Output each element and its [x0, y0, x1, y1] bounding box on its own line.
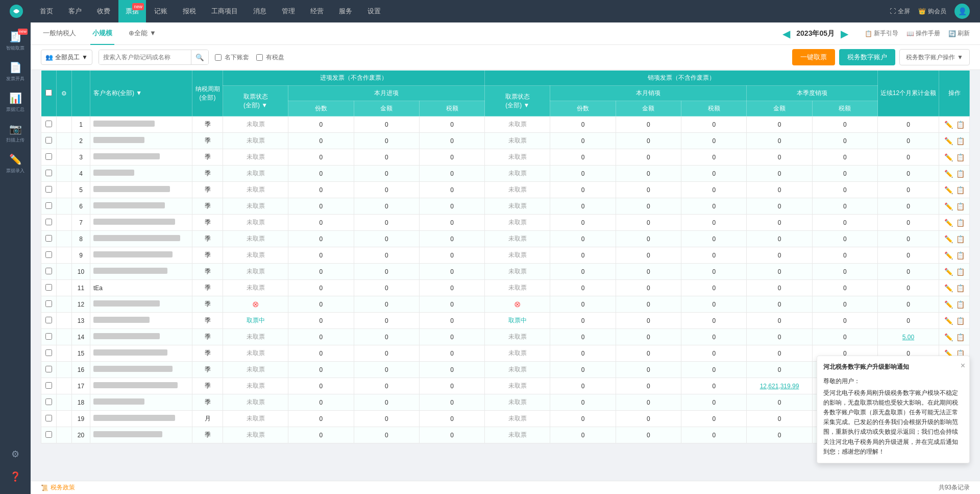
sidebar-invoice-open[interactable]: 📄 发票开具	[1, 57, 30, 86]
edit-icon[interactable]: ✏️	[944, 170, 953, 178]
edit-icon[interactable]: ✏️	[944, 317, 953, 325]
copy-icon[interactable]: 📋	[956, 186, 965, 194]
row-checkbox[interactable]	[45, 170, 52, 176]
edit-icon[interactable]: ✏️	[944, 186, 953, 194]
sub-nav-general[interactable]: 一般纳税人	[41, 22, 78, 45]
nav-settings[interactable]: 设置	[360, 0, 388, 22]
row-checkbox[interactable]	[45, 366, 52, 372]
sidebar-bottom: ⚙ ❓	[6, 445, 24, 494]
nav-manage[interactable]: 管理	[275, 0, 302, 22]
row-in-amount: 0	[354, 296, 419, 313]
row-checkbox[interactable]	[45, 235, 52, 242]
row-checkbox[interactable]	[45, 349, 52, 356]
copy-icon[interactable]: 📋	[956, 121, 965, 129]
sub-nav-small[interactable]: 小规模	[90, 22, 114, 45]
sidebar-smart-invoice[interactable]: 🧾 智能取票 new	[1, 27, 30, 55]
new-guide-btn[interactable]: 📋 新手引导	[865, 29, 898, 38]
tax-digital-ops-btn[interactable]: 税务数字账户操作 ▼	[899, 49, 970, 65]
row-checkbox[interactable]	[45, 153, 52, 160]
sub-nav-all[interactable]: ⊕ 全能 ▼	[127, 22, 158, 45]
nav-invoice[interactable]: 票据 new	[118, 0, 146, 22]
nav-service[interactable]: 服务	[332, 0, 359, 22]
edit-icon[interactable]: ✏️	[944, 153, 953, 161]
row-checkbox[interactable]	[45, 333, 52, 340]
prev-month-btn[interactable]: ◀	[782, 28, 790, 40]
copy-icon[interactable]: 📋	[956, 202, 965, 210]
table-row: 2 季 未取票 0 0 0 未取票 0 0 0 0 0 0 ✏️ 📋	[41, 133, 970, 149]
edit-icon[interactable]: ✏️	[944, 235, 953, 243]
row-checkbox[interactable]	[45, 186, 52, 193]
edit-icon[interactable]: ✏️	[944, 202, 953, 210]
settings-icon[interactable]: ⚙	[61, 90, 67, 97]
avatar[interactable]: 👤	[954, 4, 970, 19]
sidebar-invoice-entry[interactable]: ✏️ 票据录入	[1, 149, 30, 178]
edit-icon[interactable]: ✏️	[944, 268, 953, 276]
row-checkbox[interactable]	[45, 382, 52, 389]
sidebar-invoice-summary[interactable]: 📊 票据汇总	[1, 88, 30, 116]
search-input[interactable]	[99, 50, 191, 64]
fullscreen-btn[interactable]: ⛶ 全屏	[890, 7, 910, 16]
notification-close-btn[interactable]: ×	[961, 359, 965, 372]
edit-icon[interactable]: ✏️	[944, 137, 953, 145]
row-checkbox[interactable]	[45, 415, 52, 421]
vip-btn[interactable]: 👑 购会员	[918, 7, 946, 16]
staff-filter[interactable]: 👥 全部员工 ▼	[41, 50, 92, 65]
copy-icon[interactable]: 📋	[956, 153, 965, 161]
copy-icon[interactable]: 📋	[956, 268, 965, 276]
row-checkbox[interactable]	[45, 300, 52, 307]
edit-icon[interactable]: ✏️	[944, 219, 953, 227]
copy-icon[interactable]: 📋	[956, 219, 965, 227]
edit-icon[interactable]: ✏️	[944, 121, 953, 129]
row-checkbox[interactable]	[45, 317, 52, 323]
row-in-amount: 0	[354, 133, 419, 149]
nav-charge[interactable]: 收费	[90, 0, 117, 22]
row-checkbox[interactable]	[45, 137, 52, 144]
row-out-count: 0	[550, 345, 616, 362]
row-checkbox[interactable]	[45, 284, 52, 291]
row-checkbox[interactable]	[45, 431, 52, 438]
select-all-checkbox[interactable]	[45, 89, 52, 96]
edit-icon[interactable]: ✏️	[944, 300, 953, 309]
tax-digital-account-btn[interactable]: 税务数字账户	[839, 49, 895, 65]
copy-icon[interactable]: 📋	[956, 300, 965, 309]
manual-btn[interactable]: 📖 操作手册	[906, 29, 940, 38]
copy-icon[interactable]: 📋	[956, 284, 965, 292]
row-checkbox[interactable]	[45, 121, 52, 127]
copy-icon[interactable]: 📋	[956, 251, 965, 260]
nav-operation[interactable]: 经营	[303, 0, 331, 22]
row-period: 季	[192, 116, 223, 133]
copy-icon[interactable]: 📋	[956, 137, 965, 145]
row-checkbox[interactable]	[45, 251, 52, 258]
sidebar-scan-upload[interactable]: 📷 扫描上传	[1, 119, 30, 147]
sidebar-settings-btn[interactable]: ⚙	[6, 445, 24, 463]
edit-icon[interactable]: ✏️	[944, 251, 953, 260]
tax-policy-link[interactable]: 📜 税务政策	[41, 483, 75, 492]
row-in-count: 0	[288, 313, 354, 329]
copy-icon[interactable]: 📋	[956, 317, 965, 325]
checkbox-taxpad[interactable]	[256, 54, 263, 61]
row-checkbox[interactable]	[45, 202, 52, 209]
nav-customer[interactable]: 客户	[61, 0, 89, 22]
edit-icon[interactable]: ✏️	[944, 333, 953, 341]
nav-home[interactable]: 首页	[33, 0, 60, 22]
copy-icon[interactable]: 📋	[956, 333, 965, 341]
row-checkbox[interactable]	[45, 219, 52, 225]
one-click-invoice-btn[interactable]: 一键取票	[792, 49, 835, 65]
refresh-btn[interactable]: 🔄 刷新	[948, 29, 970, 38]
search-btn[interactable]: 🔍	[191, 50, 208, 64]
row-checkbox[interactable]	[45, 268, 52, 274]
copy-icon[interactable]: 📋	[956, 235, 965, 243]
nav-business[interactable]: 工商项目	[204, 0, 245, 22]
nav-message[interactable]: 消息	[246, 0, 274, 22]
copy-icon[interactable]: 📋	[956, 170, 965, 178]
row-out-tax: 0	[681, 362, 747, 378]
nav-tax[interactable]: 报税	[176, 0, 203, 22]
row-checkbox[interactable]	[45, 398, 52, 405]
sidebar-question-btn[interactable]: ❓	[6, 467, 24, 486]
row-out-count: 0	[550, 411, 616, 427]
next-month-btn[interactable]: ▶	[841, 28, 848, 40]
checkbox-account[interactable]	[215, 54, 222, 61]
row-out-amount: 0	[616, 182, 681, 198]
nav-bookkeeping[interactable]: 记账	[147, 0, 175, 22]
edit-icon[interactable]: ✏️	[944, 284, 953, 292]
